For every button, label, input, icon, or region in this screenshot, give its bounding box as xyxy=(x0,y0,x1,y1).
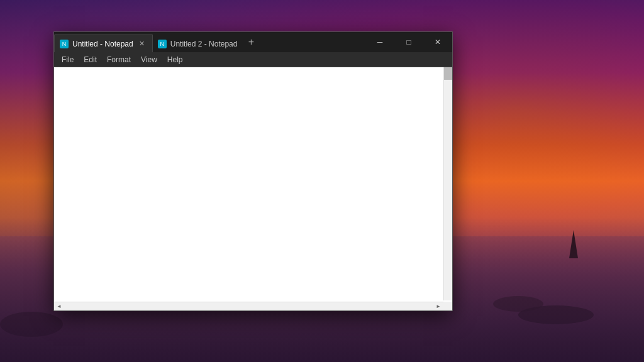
close-button[interactable]: ✕ xyxy=(423,32,452,52)
menu-help[interactable]: Help xyxy=(162,54,188,65)
tab-2-icon: N xyxy=(158,40,167,48)
tabs-area: N Untitled - Notepad ✕ N Untitled 2 - No… xyxy=(54,32,365,52)
maximize-button[interactable]: □ xyxy=(394,32,423,52)
scroll-right-arrow[interactable]: ► xyxy=(433,304,443,309)
scroll-track-h xyxy=(64,302,433,310)
sailboat-icon xyxy=(569,230,578,258)
window-controls: ─ □ ✕ xyxy=(365,32,452,52)
rock-right xyxy=(518,305,594,324)
scroll-left-arrow[interactable]: ◄ xyxy=(54,304,64,309)
menu-bar: File Edit Format View Help xyxy=(54,52,452,67)
scrollbar-thumb-v[interactable] xyxy=(444,67,452,80)
rock-center xyxy=(493,296,543,312)
menu-file[interactable]: File xyxy=(57,54,79,65)
rock-left xyxy=(0,312,63,337)
menu-view[interactable]: View xyxy=(136,54,162,65)
tab-2-label: Untitled 2 - Notepad xyxy=(170,40,238,48)
tab-1-close[interactable]: ✕ xyxy=(137,39,147,49)
text-editor[interactable] xyxy=(54,67,452,310)
tab-1-label: Untitled - Notepad xyxy=(72,40,133,48)
minimize-button[interactable]: ─ xyxy=(365,32,394,52)
new-tab-button[interactable]: + xyxy=(242,33,260,51)
horizontal-scrollbar[interactable]: ◄ ► xyxy=(54,302,443,310)
vertical-scrollbar[interactable] xyxy=(443,67,452,300)
scrollbar-corner xyxy=(443,302,452,310)
title-bar: N Untitled - Notepad ✕ N Untitled 2 - No… xyxy=(54,32,452,52)
tab-1-icon: N xyxy=(60,40,69,48)
tab-2[interactable]: N Untitled 2 - Notepad xyxy=(153,35,243,52)
tab-1[interactable]: N Untitled - Notepad ✕ xyxy=(54,35,153,52)
text-area-container: ◄ ► xyxy=(54,67,452,310)
menu-format[interactable]: Format xyxy=(102,54,136,65)
notepad-window: N Untitled - Notepad ✕ N Untitled 2 - No… xyxy=(53,31,453,311)
menu-edit[interactable]: Edit xyxy=(79,54,102,65)
